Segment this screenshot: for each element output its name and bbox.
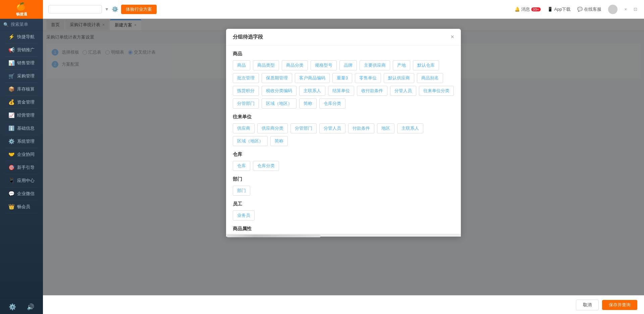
field-tag-商品[interactable]: 商品: [233, 60, 250, 70]
sidebar-item-finance[interactable]: 💰 资金管理: [5, 96, 38, 109]
field-tag-主联系人[interactable]: 主联系人: [299, 86, 325, 96]
sidebar-label-operations: 经营管理: [17, 112, 35, 118]
sidebar-item-sales[interactable]: 📊 销售管理: [5, 57, 38, 70]
audio-icon[interactable]: 🔊: [27, 303, 34, 311]
field-tag-业务员[interactable]: 业务员: [233, 210, 255, 221]
support-label: 在线客服: [584, 6, 601, 12]
sidebar-icon-purchase: 🛒: [8, 73, 14, 79]
field-tag-部门[interactable]: 部门: [233, 186, 250, 196]
field-tag-零售单位[interactable]: 零售单位: [355, 73, 381, 83]
sidebar-icon-wechat: 💬: [8, 191, 14, 197]
field-tag-批次管理[interactable]: 批次管理: [233, 73, 259, 83]
topnav-settings-icon[interactable]: ⚙️: [112, 6, 118, 12]
trial-btn[interactable]: 体验行业方案: [121, 5, 157, 14]
sidebar-item-guide[interactable]: 🎯 新手引导: [5, 161, 38, 174]
close-btn[interactable]: ×: [624, 7, 627, 12]
sidebar: 🍊 畅捷通 🔍 搜索菜单 ⚡ 快捷导航 📢 营销推广 📊 销售管理 🛒 采购管理…: [0, 0, 43, 314]
download-btn[interactable]: 📱 App下载: [547, 6, 571, 12]
field-tag-区域（地区）[interactable]: 区域（地区）: [262, 99, 297, 109]
field-tag-仓库分类[interactable]: 仓库分类: [253, 161, 279, 171]
field-tag-商品别名[interactable]: 商品别名: [417, 73, 443, 83]
field-tag-结算单位[interactable]: 结算单位: [328, 86, 354, 96]
expand-btn[interactable]: ⊡: [634, 7, 637, 12]
sidebar-icon-sales: 📊: [8, 60, 14, 66]
field-tag-区域（地区）[interactable]: 区域（地区）: [233, 136, 268, 146]
field-tag-默认供应商[interactable]: 默认供应商: [384, 73, 414, 83]
field-tag-仓库[interactable]: 仓库: [233, 161, 250, 171]
sidebar-icon-app-center: 📱: [8, 178, 14, 184]
sidebar-label-inventory: 库存核算: [17, 86, 35, 92]
field-tag-供应商[interactable]: 供应商: [233, 123, 255, 133]
field-tag-分管人员[interactable]: 分管人员: [319, 123, 345, 133]
modal-overlay: 分组待选字段 × 商品商品商品类型商品分类规格型号品牌主要供应商产地默认仓库批次…: [43, 19, 644, 314]
notification-btn[interactable]: 🔔 消息 99+: [515, 6, 541, 12]
sidebar-label-guide: 新手引导: [17, 165, 35, 171]
save-button[interactable]: 保存并查询: [602, 300, 637, 310]
sidebar-item-wechat[interactable]: 💬 企业微信: [5, 187, 38, 200]
field-tag-品牌[interactable]: 品牌: [339, 60, 357, 70]
field-tag-仓库分类[interactable]: 仓库分类: [319, 99, 345, 109]
field-tag-税收分类编码[interactable]: 税收分类编码: [262, 86, 297, 96]
search-menu-label: 搜索菜单: [11, 21, 28, 27]
notification-icon: 🔔: [515, 7, 520, 12]
topnav: ▼ ⚙️ 体验行业方案 🔔 消息 99+ 📱 App下载 💬 在线客服 × ⊡: [43, 0, 644, 19]
field-tag-收付款条件[interactable]: 收付款条件: [357, 86, 387, 96]
field-tag-保质期管理[interactable]: 保质期管理: [262, 73, 292, 83]
logo-text: 🍊 畅捷通: [16, 2, 27, 17]
sidebar-item-basic-info[interactable]: ℹ️ 基础信息: [5, 122, 38, 135]
field-tag-商品类型[interactable]: 商品类型: [253, 60, 279, 70]
cancel-button[interactable]: 取消: [576, 300, 599, 310]
field-tag-重量3[interactable]: 重量3: [332, 73, 352, 83]
sidebar-icon-inventory: 📦: [8, 86, 14, 92]
support-btn[interactable]: 💬 在线客服: [577, 6, 601, 12]
field-tag-主要供应商[interactable]: 主要供应商: [360, 60, 390, 70]
sidebar-item-app-center[interactable]: 📱 应用中心: [5, 174, 38, 187]
user-avatar[interactable]: [608, 5, 618, 14]
field-tag-付款条件[interactable]: 付款条件: [348, 123, 374, 133]
sidebar-icon-member: 👑: [8, 204, 14, 210]
section-title-partner: 往来单位: [233, 114, 454, 120]
modal-close-btn[interactable]: ×: [450, 34, 454, 41]
sidebar-label-basic-info: 基础信息: [17, 125, 35, 131]
topnav-input[interactable]: [48, 5, 102, 13]
sidebar-item-marketing[interactable]: 📢 营销推广: [5, 44, 38, 57]
sidebar-item-quick-nav[interactable]: ⚡ 快捷导航: [5, 30, 38, 44]
sidebar-icon-system: ⚙️: [8, 138, 14, 144]
field-tag-简称[interactable]: 简称: [299, 99, 317, 109]
topnav-right: 🔔 消息 99+ 📱 App下载 💬 在线客服 × ⊡: [515, 5, 644, 14]
section-title-department: 部门: [233, 176, 454, 182]
sidebar-item-inventory[interactable]: 📦 库存核算: [5, 83, 38, 96]
sidebar-item-purchase[interactable]: 🛒 采购管理: [5, 70, 38, 83]
settings-icon[interactable]: ⚙️: [9, 303, 16, 311]
sidebar-label-purchase: 采购管理: [17, 73, 35, 79]
field-tag-拣货积分[interactable]: 拣货积分: [233, 86, 259, 96]
sidebar-bottom: ⚙️ 🔊: [0, 300, 43, 314]
sidebar-item-system[interactable]: ⚙️ 系统管理: [5, 135, 38, 148]
search-menu[interactable]: 🔍 搜索菜单: [0, 19, 43, 30]
field-tag-默认仓库[interactable]: 默认仓库: [413, 60, 439, 70]
section-title-employee: 员工: [233, 201, 454, 207]
sidebar-item-member[interactable]: 👑 畅会员: [5, 200, 38, 213]
field-tag-地区[interactable]: 地区: [377, 123, 394, 133]
field-tag-主联系人[interactable]: 主联系人: [397, 123, 423, 133]
field-tag-产地[interactable]: 产地: [393, 60, 410, 70]
topnav-dropdown-icon[interactable]: ▼: [105, 7, 109, 12]
sidebar-logo[interactable]: 🍊 畅捷通: [0, 0, 43, 19]
sidebar-label-system: 系统管理: [17, 138, 35, 144]
field-tag-分管部门[interactable]: 分管部门: [233, 99, 259, 109]
field-tag-简称[interactable]: 简称: [270, 136, 288, 146]
sidebar-label-quick-nav: 快捷导航: [17, 34, 35, 40]
field-tag-商品分类[interactable]: 商品分类: [282, 60, 308, 70]
avatar: [608, 5, 618, 14]
support-icon: 💬: [577, 7, 583, 12]
sidebar-item-enterprise[interactable]: 🤝 企业协同: [5, 148, 38, 161]
sidebar-label-app-center: 应用中心: [17, 178, 35, 184]
field-tag-分管人员[interactable]: 分管人员: [390, 86, 416, 96]
sidebar-item-operations[interactable]: 📈 经营管理: [5, 109, 38, 122]
modal-body[interactable]: 商品商品商品类型商品分类规格型号品牌主要供应商产地默认仓库批次管理保质期管理客户…: [226, 46, 461, 234]
field-tag-往来单位分类[interactable]: 往来单位分类: [419, 86, 454, 96]
field-tag-分管部门[interactable]: 分管部门: [290, 123, 317, 133]
field-tag-规格型号[interactable]: 规格型号: [311, 60, 337, 70]
field-tag-供应商分类[interactable]: 供应商分类: [257, 123, 288, 133]
field-tag-客户商品编码[interactable]: 客户商品编码: [295, 73, 330, 83]
